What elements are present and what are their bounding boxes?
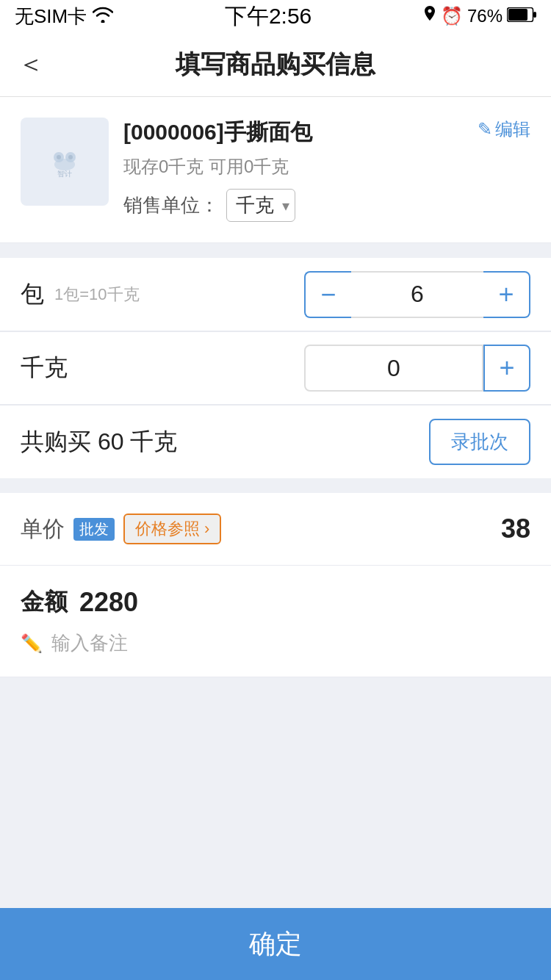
edit-button[interactable]: ✎ 编辑 [478,118,530,141]
svg-point-5 [54,159,75,170]
unit-select-wrapper[interactable]: 千克 ▾ [226,189,295,222]
remark-placeholder: 输入备注 [51,630,128,656]
package-plus-button[interactable]: + [483,271,530,318]
svg-point-7 [68,155,73,159]
price-ref-button[interactable]: 价格参照 › [123,514,221,544]
product-info: [0000006]手撕面包 ✎ 编辑 现存0千克 可用0千克 销售单位： 千克 … [123,118,530,222]
divider-2 [0,478,551,493]
svg-text:智计: 智计 [57,170,72,178]
price-left: 单价 批发 价格参照 › [21,514,221,544]
edit-label: 编辑 [495,118,530,141]
amount-value: 2280 [79,587,138,618]
price-badge: 批发 [73,518,115,541]
package-minus-button[interactable]: − [304,271,351,318]
kg-plus-button[interactable]: + [483,345,530,392]
empty-space [0,677,551,908]
summary-row: 共购买 60 千克 录批次 [0,405,551,478]
price-label: 单价 [21,514,65,544]
package-sub-label: 1包=10千克 [54,284,140,306]
status-right: ⏰ 76% [423,6,536,26]
confirm-label: 确定 [249,926,302,962]
product-unit-row: 销售单位： 千克 ▾ [123,189,530,222]
amount-label: 金额 [21,586,68,619]
divider-1 [0,243,551,258]
product-image: 智计 [21,118,109,206]
kg-label-text: 千克 [21,352,68,384]
status-left: 无SIM卡 [15,4,113,29]
kg-quantity-control: + [304,345,530,392]
kg-quantity-input[interactable] [304,345,483,392]
package-label-text: 包 [21,278,44,311]
nav-bar: ＜ 填写商品购买信息 [0,32,551,97]
svg-rect-1 [533,12,536,18]
wifi-icon [93,5,113,28]
location-icon [423,6,436,26]
svg-point-6 [57,155,61,159]
package-row: 包 1包=10千克 − + [0,258,551,331]
battery-text: 76% [467,6,503,26]
carrier-text: 无SIM卡 [15,4,87,29]
remark-row[interactable]: ✏️ 输入备注 [21,630,530,656]
status-bar: 无SIM卡 下午2:56 ⏰ 76% [0,0,551,32]
svg-rect-2 [508,9,527,21]
kg-label: 千克 [21,352,68,384]
product-stock: 现存0千克 可用0千克 [123,155,530,179]
confirm-button[interactable]: 确定 [0,908,551,980]
product-section: 智计 [0000006]手撕面包 ✎ 编辑 现存0千克 可用0千克 销售单位： … [0,97,551,243]
record-batch-button[interactable]: 录批次 [429,419,530,465]
edit-icon: ✎ [478,119,492,140]
package-label: 包 1包=10千克 [21,278,140,311]
page-title: 填写商品购买信息 [176,48,375,82]
price-section: 单价 批发 价格参照 › 38 [0,493,551,566]
product-name: [0000006]手撕面包 [123,118,478,148]
amount-row: 金额 2280 [21,586,530,619]
unit-chevron-icon: ▾ [282,197,289,215]
pencil-icon: ✏️ [21,633,43,654]
kg-row: 千克 + [0,331,551,405]
package-quantity-control: − + [304,271,530,318]
back-button[interactable]: ＜ [18,46,44,82]
amount-section: 金额 2280 ✏️ 输入备注 [0,566,551,677]
battery-icon [507,6,536,26]
status-time: 下午2:56 [225,1,311,32]
unit-label: 销售单位： [123,192,219,218]
product-name-row: [0000006]手撕面包 ✎ 编辑 [123,118,530,148]
summary-text: 共购买 60 千克 [21,426,177,458]
main-content: 智计 [0000006]手撕面包 ✎ 编辑 现存0千克 可用0千克 销售单位： … [0,97,551,908]
alarm-icon: ⏰ [441,6,463,26]
package-quantity-input[interactable] [351,271,483,318]
price-value: 38 [501,514,530,544]
